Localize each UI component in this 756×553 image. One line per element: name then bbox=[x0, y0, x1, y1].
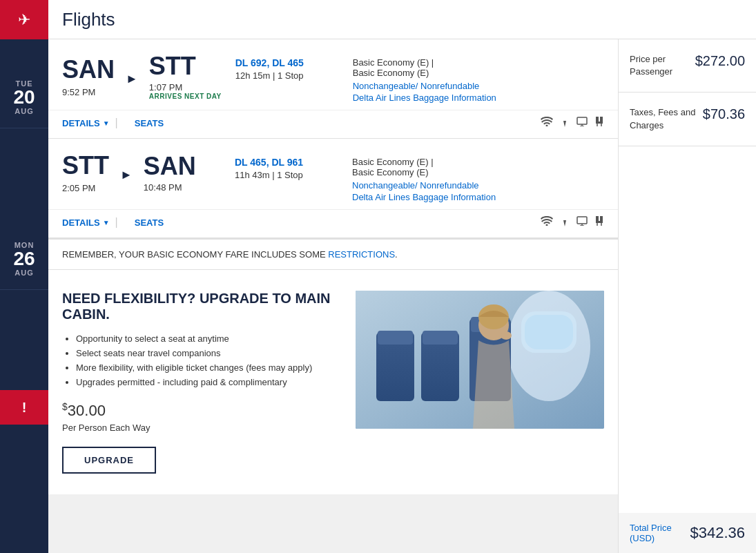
upgrade-bullets: Opportunity to select a seat at anytime … bbox=[62, 333, 342, 387]
flight1-month: AUG bbox=[14, 107, 33, 115]
alert-period: . bbox=[395, 249, 398, 260]
svg-rect-8 bbox=[525, 315, 573, 349]
power-icon bbox=[560, 116, 570, 130]
flight1-from-code: SAN bbox=[62, 55, 115, 84]
flight2-to-code: SAN bbox=[144, 152, 196, 181]
alert-restrictions-link[interactable]: RESTRICTIONS bbox=[328, 249, 395, 260]
flight1-day-num: 20 bbox=[13, 88, 35, 107]
svg-rect-3 bbox=[600, 216, 603, 221]
flight2-seats-btn[interactable]: SEATS bbox=[135, 217, 164, 228]
upgrade-price: $30.00 bbox=[62, 401, 342, 420]
per-passenger-label: Price per Passenger bbox=[630, 53, 695, 78]
entertainment-icon-2 bbox=[576, 216, 588, 229]
flight2-nums: DL 465, DL 961 bbox=[235, 157, 331, 168]
flight1-fare-class1: Basic Economy (E) | bbox=[353, 57, 604, 68]
wifi-icon bbox=[541, 117, 553, 129]
upgrade-content: NEED FLEXIBILITY? UPGRADE TO MAIN CABIN.… bbox=[62, 291, 342, 474]
flight2-day-num: 26 bbox=[13, 249, 35, 269]
svg-rect-0 bbox=[577, 117, 587, 124]
alert-bar: REMEMBER, YOUR BASIC ECONOMY FARE INCLUD… bbox=[48, 238, 618, 270]
svg-rect-2 bbox=[596, 216, 599, 221]
page-title: Flights bbox=[62, 9, 115, 30]
svg-point-17 bbox=[501, 331, 512, 340]
flight2-baggage[interactable]: Delta Air Lines Baggage Information bbox=[352, 192, 604, 202]
flight1-restriction[interactable]: Nonchangeable/ Nonrefundable bbox=[353, 81, 604, 91]
upgrade-bullet-2: Select seats near travel companions bbox=[76, 348, 342, 358]
upgrade-button[interactable]: UPGRADE bbox=[62, 447, 156, 474]
total-row: Total Price (USD) $342.36 bbox=[619, 513, 756, 553]
flight2-duration: 11h 43m | 1 Stop bbox=[235, 170, 331, 180]
flight-card-2: STT 2:05 PM ► SAN 10:48 PM DL 465, DL 96… bbox=[48, 139, 618, 238]
flight2-separator: | bbox=[115, 216, 118, 229]
flight2-dep-time: 2:05 PM bbox=[62, 183, 95, 193]
plane-icon: ✈ bbox=[18, 11, 30, 29]
flight2-fare-class1: Basic Economy (E) | bbox=[352, 157, 604, 167]
flight-card-1: SAN 9:52 PM ► STT 1:07 PM ARRIVES NEXT D… bbox=[48, 39, 618, 139]
flight1-baggage[interactable]: Delta Air Lines Baggage Information bbox=[353, 93, 604, 103]
alert-icon: ! bbox=[22, 400, 27, 416]
alert-text: REMEMBER, YOUR BASIC ECONOMY FARE INCLUD… bbox=[62, 249, 328, 260]
taxes-label: Taxes, Fees and Charges bbox=[630, 106, 703, 131]
flight1-seats-btn[interactable]: SEATS bbox=[135, 118, 164, 128]
upgrade-bullet-1: Opportunity to select a seat at anytime bbox=[76, 333, 342, 344]
upgrade-bullet-3: More flexibility, with eligible ticket c… bbox=[76, 362, 342, 373]
flight1-actions: DETAILS ▼ | SEATS bbox=[48, 110, 618, 138]
flight1-duration: 12h 15m | 1 Stop bbox=[235, 70, 332, 81]
taxes-row: Taxes, Fees and Charges $70.36 bbox=[619, 93, 756, 146]
svg-rect-13 bbox=[423, 331, 458, 345]
svg-rect-1 bbox=[577, 217, 587, 224]
flight1-details-btn[interactable]: DETAILS ▼ bbox=[62, 118, 110, 128]
flight1-arrow: ► bbox=[126, 72, 138, 86]
sidebar: ✈ TUE 20 AUG MON 26 AUG ! bbox=[0, 0, 48, 553]
svg-rect-12 bbox=[378, 331, 413, 345]
flight2-airports: STT 2:05 PM ► SAN 10:48 PM bbox=[62, 151, 221, 193]
upgrade-image bbox=[356, 291, 604, 429]
seat-icon-2 bbox=[594, 215, 604, 229]
flight2-arrow: ► bbox=[120, 168, 133, 182]
total-label: Total Price (USD) bbox=[630, 523, 690, 543]
upgrade-per-person: Per Person Each Way bbox=[62, 423, 342, 433]
flight1-arr-time: 1:07 PM bbox=[149, 82, 182, 93]
price-panel: Price per Passenger $272.00 Taxes, Fees … bbox=[618, 39, 756, 553]
sidebar-header: ✈ bbox=[0, 0, 48, 39]
taxes-value: $70.36 bbox=[703, 106, 745, 122]
upgrade-price-symbol: $ bbox=[62, 401, 68, 412]
flight1-dep-time: 9:52 PM bbox=[62, 87, 95, 97]
flight1-fare-class2: Basic Economy (E) bbox=[353, 68, 604, 78]
flight2-month: AUG bbox=[14, 269, 33, 277]
flight2-actions: DETAILS ▼ | SEATS bbox=[48, 209, 618, 237]
upgrade-price-cents: .00 bbox=[84, 402, 106, 419]
per-passenger-value: $272.00 bbox=[695, 53, 745, 69]
upgrade-section: NEED FLEXIBILITY? UPGRADE TO MAIN CABIN.… bbox=[48, 270, 618, 494]
flight2-mid-details: DL 465, DL 961 11h 43m | 1 Stop bbox=[221, 157, 331, 180]
flight2-restriction[interactable]: Nonchangeable/ Nonrefundable bbox=[352, 180, 604, 191]
flight1-mid-details: DL 692, DL 465 12h 15m | 1 Stop bbox=[222, 57, 332, 81]
per-passenger-row: Price per Passenger $272.00 bbox=[619, 39, 756, 93]
flight2-arr-time: 10:48 PM bbox=[144, 182, 182, 193]
flight1-icons bbox=[541, 116, 604, 130]
flight1-separator: | bbox=[115, 117, 118, 129]
flight1-fare: Basic Economy (E) | Basic Economy (E) No… bbox=[332, 57, 604, 103]
flight1-to-code: STT bbox=[149, 52, 196, 81]
total-value: $342.36 bbox=[690, 524, 745, 542]
flight1-next-day: ARRIVES NEXT DAY bbox=[149, 93, 222, 100]
flight1-nums: DL 692, DL 465 bbox=[235, 57, 332, 68]
flight1-airports: SAN 9:52 PM ► STT 1:07 PM ARRIVES NEXT D… bbox=[62, 52, 222, 100]
power-icon-2 bbox=[560, 215, 570, 229]
upgrade-title: NEED FLEXIBILITY? UPGRADE TO MAIN CABIN. bbox=[62, 291, 342, 322]
seat-icon bbox=[594, 116, 604, 130]
flight2-from-code: STT bbox=[62, 151, 109, 180]
upgrade-bullet-4: Upgrades permitted - including paid & co… bbox=[76, 377, 342, 387]
entertainment-icon bbox=[576, 117, 588, 129]
upgrade-price-whole: 30 bbox=[68, 402, 84, 419]
flight2-details-btn[interactable]: DETAILS ▼ bbox=[62, 217, 110, 228]
page-header: Flights bbox=[48, 0, 756, 39]
flight1-date-block: TUE 20 AUG bbox=[0, 67, 48, 128]
flight2-icons bbox=[541, 215, 604, 229]
wifi-icon-2 bbox=[541, 216, 553, 229]
flight2-date-block: MON 26 AUG bbox=[0, 229, 48, 290]
flight2-fare: Basic Economy (E) | Basic Economy (E) No… bbox=[331, 157, 604, 202]
svg-rect-4 bbox=[596, 221, 603, 223]
sidebar-alert: ! bbox=[0, 390, 48, 425]
flight2-fare-class2: Basic Economy (E) bbox=[352, 167, 604, 177]
